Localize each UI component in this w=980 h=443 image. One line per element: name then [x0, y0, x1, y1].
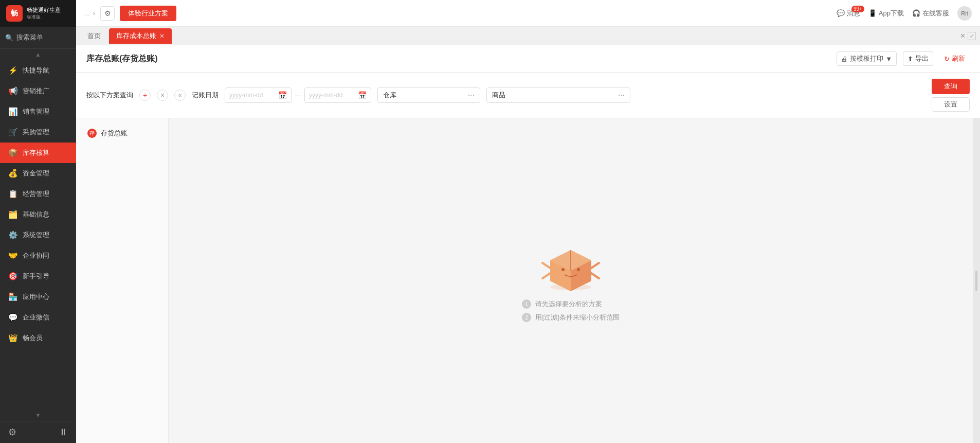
topbar-settings-button[interactable]: ⚙ [100, 6, 115, 21]
user-avatar[interactable]: Rit [957, 6, 972, 21]
filter-area: 按以下方案查询 + × « 记账日期 yyyy-mm-dd 📅 — yyyy-m… [76, 73, 980, 118]
tab-home[interactable]: 首页 [80, 28, 108, 44]
main-content: 1 请先选择要分析的方案 2 用[过滤]条件来缩小分析范围 [169, 118, 973, 443]
date-start-input[interactable]: yyyy-mm-dd 📅 [225, 87, 292, 103]
wechat-icon: 💬 [8, 313, 17, 322]
marketing-icon: 📢 [8, 86, 17, 96]
footer-sound-icon[interactable]: ⏸ [59, 427, 68, 438]
print-template-button[interactable]: 🖨 按模板打印 ▼ [837, 51, 897, 66]
top-bar: ... › ⚙ 体验行业方案 💬 消息 99+ 📱 App下载 🎧 在线客服 [76, 0, 980, 27]
svg-line-8 [542, 263, 550, 268]
scheme-item-inventory-ledger[interactable]: 存 存货总账 [82, 125, 162, 142]
sidebar-item-system[interactable]: ⚙️ 系统管理 [0, 225, 76, 245]
app-logo: 畅 畅捷通好生意 标准版 [0, 0, 76, 27]
sidebar-item-inventory[interactable]: 📦 库存核算 [0, 143, 76, 163]
message-button[interactable]: 💬 消息 99+ [837, 9, 860, 18]
sidebar-scroll-down[interactable]: ▼ [0, 410, 76, 421]
sidebar-item-label: 销售管理 [23, 107, 49, 116]
dropdown-icon: ▼ [885, 55, 892, 63]
scheme-label: 存货总账 [101, 129, 128, 138]
content-area: 存 存货总账 [76, 118, 980, 443]
app-tag: 标准版 [27, 14, 61, 21]
search-menu-label: 搜索菜单 [16, 33, 43, 42]
breadcrumb-text: ... [84, 9, 90, 17]
sidebar-item-label: 系统管理 [23, 231, 49, 240]
tip-text-1: 请先选择要分析的方案 [535, 299, 602, 309]
tab-close-icon[interactable]: ✕ [159, 32, 165, 40]
gear-icon: ⚙ [104, 9, 111, 17]
product-label: 商品 [492, 91, 505, 100]
tab-inventory-cost[interactable]: 库存成本总账 ✕ [109, 28, 172, 44]
tab-close-panel-button[interactable]: ✕ ⤢ [960, 32, 976, 40]
calendar-start-icon: 📅 [278, 91, 287, 99]
scheme-selector: 存 存货总账 [76, 118, 169, 443]
header-actions: 🖨 按模板打印 ▼ ⬆ 导出 ↻ 刷新 [837, 51, 970, 66]
sidebar-item-basic[interactable]: 🗂️ 基础信息 [0, 204, 76, 225]
sidebar-item-label: 库存核算 [23, 148, 49, 157]
filter-action-group: 查询 设置 [932, 79, 970, 112]
sales-icon: 📊 [8, 107, 17, 116]
warehouse-more-icon: ··· [468, 91, 475, 100]
tip-num-2: 2 [522, 313, 531, 322]
empty-tips: 1 请先选择要分析的方案 2 用[过滤]条件来缩小分析范围 [522, 299, 619, 322]
app-download-button[interactable]: 📱 App下载 [868, 9, 904, 18]
main-area: ... › ⚙ 体验行业方案 💬 消息 99+ 📱 App下载 🎧 在线客服 [76, 0, 980, 443]
query-button[interactable]: 查询 [932, 79, 970, 94]
sidebar-scroll-up[interactable]: ▲ [0, 49, 76, 60]
empty-state: 1 请先选择要分析的方案 2 用[过滤]条件来缩小分析范围 [522, 240, 619, 322]
product-more-icon: ··· [618, 91, 625, 100]
warehouse-select[interactable]: 仓库 ··· [377, 87, 480, 103]
warehouse-label: 仓库 [383, 91, 396, 100]
tip-num-1: 1 [522, 299, 531, 309]
tip-text-2: 用[过滤]条件来缩小分析范围 [535, 313, 619, 322]
empty-illustration [540, 240, 602, 291]
sidebar-item-newbie[interactable]: 🎯 新手引导 [0, 266, 76, 287]
tab-home-label: 首页 [87, 31, 101, 41]
date-end-placeholder: yyyy-mm-dd [309, 92, 342, 99]
sidebar-item-label: 资金管理 [23, 169, 49, 178]
export-icon: ⬆ [908, 55, 913, 63]
right-panel-handle[interactable] [975, 271, 977, 291]
filter-add-button[interactable]: + [139, 90, 151, 101]
sidebar-item-wechat[interactable]: 💬 企业微信 [0, 307, 76, 328]
refresh-button[interactable]: ↻ 刷新 [939, 51, 970, 66]
print-icon: 🖨 [841, 55, 848, 63]
calendar-end-icon: 📅 [358, 91, 367, 99]
app-name: 畅捷通好生意 [27, 6, 61, 13]
date-end-input[interactable]: yyyy-mm-dd 📅 [304, 87, 371, 103]
sidebar-item-shortcut[interactable]: ⚡ 快捷导航 [0, 60, 76, 81]
sidebar-item-marketing[interactable]: 📢 营销推广 [0, 81, 76, 101]
industry-solution-button[interactable]: 体验行业方案 [120, 6, 176, 21]
date-label: 记账日期 [192, 91, 219, 100]
sidebar-item-operation[interactable]: 📋 经营管理 [0, 184, 76, 204]
svg-line-10 [591, 263, 599, 268]
date-range-group: yyyy-mm-dd 📅 — yyyy-mm-dd 📅 [225, 87, 371, 103]
online-support-button[interactable]: 🎧 在线客服 [912, 9, 949, 18]
sidebar-item-appstore[interactable]: 🏪 应用中心 [0, 287, 76, 307]
search-menu-btn[interactable]: 🔍 搜索菜单 [5, 31, 71, 44]
filter-remove-button[interactable]: × [157, 90, 168, 101]
sidebar-item-label: 营销推广 [23, 86, 49, 96]
phone-icon: 📱 [868, 9, 877, 17]
svg-line-11 [591, 273, 599, 278]
sidebar-item-vip[interactable]: 👑 畅会员 [0, 328, 76, 348]
product-select[interactable]: 商品 ··· [486, 87, 630, 103]
export-button[interactable]: ⬆ 导出 [903, 51, 933, 66]
sidebar-item-purchase[interactable]: 🛒 采购管理 [0, 122, 76, 143]
filter-label: 按以下方案查询 [86, 91, 133, 100]
footer-settings-icon[interactable]: ⚙ [8, 427, 16, 438]
svg-point-6 [561, 268, 565, 271]
svg-line-9 [542, 273, 550, 278]
page-header: 库存总账(存货总账) 🖨 按模板打印 ▼ ⬆ 导出 ↻ 刷新 [76, 45, 980, 73]
sidebar-item-enterprise[interactable]: 🤝 企业协同 [0, 245, 76, 266]
vip-icon: 👑 [8, 333, 17, 343]
filter-collapse-button[interactable]: « [174, 90, 186, 101]
logo-icon: 畅 [6, 5, 23, 22]
system-icon: ⚙️ [8, 231, 17, 240]
headset-icon: 🎧 [912, 9, 920, 17]
sidebar-item-sales[interactable]: 📊 销售管理 [0, 101, 76, 122]
sidebar-item-finance[interactable]: 💰 资金管理 [0, 163, 76, 184]
newbie-icon: 🎯 [8, 272, 17, 281]
filter-settings-button[interactable]: 设置 [932, 97, 970, 112]
sidebar-item-label: 应用中心 [23, 292, 49, 302]
